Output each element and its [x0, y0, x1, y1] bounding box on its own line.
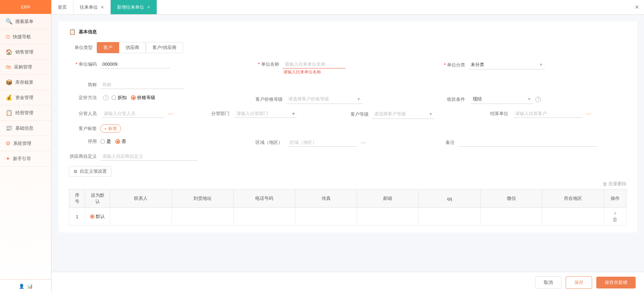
- row-default-radio[interactable]: [90, 214, 94, 219]
- radio-no[interactable]: 否: [115, 138, 126, 145]
- chevron-down-icon: ▼: [429, 112, 433, 116]
- region-field: 区域（地区） ···: [255, 138, 441, 147]
- tag-add-button[interactable]: + 标签: [100, 124, 121, 133]
- email-input[interactable]: [361, 214, 415, 219]
- address-input[interactable]: [175, 214, 230, 219]
- cancel-button[interactable]: 取消: [535, 276, 561, 289]
- tab-new-partner[interactable]: 新增往来单位 ✕: [111, 0, 157, 14]
- tab-home[interactable]: 首页: [52, 0, 73, 14]
- supplier-custom-input[interactable]: [100, 152, 198, 161]
- sidebar-item-operation[interactable]: 📋 经营管理: [0, 105, 51, 121]
- col-qq: qq: [419, 189, 481, 208]
- contact-input[interactable]: [113, 214, 168, 219]
- pricing-method-field: 定价方法 ? 折扣 价格等级: [69, 95, 255, 101]
- sidebar-item-label: 系统管理: [13, 140, 31, 147]
- unit-category-select[interactable]: 未分类 ▼: [469, 60, 545, 70]
- weixin-input[interactable]: [484, 214, 539, 219]
- form-row-2: 简称: [69, 81, 627, 89]
- cell-action: + 🗑: [604, 208, 626, 226]
- sidebar-item-inventory[interactable]: 📦 库存核算: [0, 75, 51, 90]
- payment-help-icon[interactable]: ?: [535, 97, 541, 102]
- section-title: 📋 基本信息: [69, 29, 627, 35]
- dept-input[interactable]: [234, 109, 297, 118]
- clipboard-icon: 📋: [6, 109, 13, 116]
- contact-table: 序号 设为默认 联系人 到货地址 电话号码 传真 邮箱 qq 微信 所在地区 操…: [69, 189, 627, 226]
- settlement-input[interactable]: [513, 109, 583, 118]
- customer-price-label: 客户价格等级: [255, 96, 286, 103]
- type-btn-supplier[interactable]: 供应商: [119, 42, 146, 53]
- region-label: 区域（地区）: [255, 139, 286, 146]
- unit-category-value: 未分类: [471, 62, 538, 68]
- save-new-button[interactable]: 保存并新增: [596, 277, 636, 288]
- sidebar-item-finance[interactable]: 💰 资金管理: [0, 90, 51, 105]
- cell-qq[interactable]: [419, 208, 481, 226]
- sidebar-item-search[interactable]: 🔍 搜索菜单: [0, 14, 51, 29]
- tab-partner[interactable]: 往来单位 ✕: [73, 0, 111, 14]
- customer-level-select[interactable]: 请选择客户等级 ▼: [372, 109, 435, 119]
- unit-code-input[interactable]: [100, 60, 170, 68]
- type-btn-customer[interactable]: 客户: [97, 42, 119, 53]
- form-row-5: 客户标签 + 标签: [69, 124, 627, 133]
- unit-name-input[interactable]: [283, 60, 345, 68]
- abbreviation-input[interactable]: [100, 81, 184, 89]
- footer: 取消 保存 保存并新增: [52, 272, 644, 293]
- batch-icon: 🗑: [603, 181, 607, 187]
- delete-row-button[interactable]: 🗑: [611, 217, 619, 222]
- tag-plus-icon: +: [104, 126, 107, 131]
- radio-grade-dot: [132, 97, 135, 99]
- disabled-field: 停用 是 否: [69, 138, 255, 145]
- fax-input[interactable]: [299, 214, 353, 219]
- customer-price-select[interactable]: 请选择客户价格等级 ▼: [286, 95, 363, 104]
- radio-discount[interactable]: 折扣: [111, 95, 127, 101]
- customer-price-placeholder: 请选择客户价格等级: [288, 96, 355, 102]
- main-area: 首页 往来单位 ✕ 新增往来单位 ✕ ✕ 📋 基本信息 单位类型 客户 供应商 …: [52, 0, 644, 293]
- radio-no-dot: [117, 140, 119, 143]
- row-region-input[interactable]: [546, 214, 600, 219]
- dept-label: 分管部门: [209, 111, 233, 117]
- batch-delete-label[interactable]: 批量删除: [608, 181, 627, 187]
- form-row-7: 供应商自定义: [69, 152, 627, 161]
- box-icon: 📦: [6, 79, 13, 86]
- settlement-dots-btn[interactable]: ···: [584, 110, 594, 117]
- close-partner-tab[interactable]: ✕: [101, 5, 104, 10]
- save-button[interactable]: 保存: [566, 276, 592, 289]
- region-dots-btn[interactable]: ···: [359, 139, 368, 146]
- pricing-help-icon[interactable]: ?: [103, 95, 109, 100]
- cell-region[interactable]: [542, 208, 604, 226]
- remark-input[interactable]: [458, 138, 597, 147]
- radio-grade[interactable]: 价格等级: [131, 95, 155, 101]
- add-row-button[interactable]: +: [612, 210, 618, 216]
- sidebar-item-sales[interactable]: 🏠 销售管理: [0, 44, 51, 60]
- cell-email[interactable]: [357, 208, 418, 226]
- sidebar-item-label: 经营管理: [15, 110, 33, 116]
- basic-info-card: 📋 基本信息 单位类型 客户 供应商 客户/供应商 单位编码 单位名称: [58, 22, 637, 233]
- supplier-custom-label: 供应商自定义: [69, 153, 100, 160]
- sidebar-item-guide[interactable]: ✦ 新手引导: [0, 151, 51, 166]
- type-btn-both[interactable]: 客户/供应商: [146, 42, 183, 53]
- close-new-partner-tab[interactable]: ✕: [147, 5, 150, 10]
- cell-phone[interactable]: [234, 208, 295, 226]
- sidebar-item-system[interactable]: ⚙ 系统管理: [0, 136, 51, 151]
- abbreviation-field: 简称: [69, 81, 627, 89]
- qq-input[interactable]: [422, 214, 477, 219]
- sidebar-item-purchase[interactable]: 🛍 采购管理: [0, 60, 51, 75]
- sidebar-item-quicknav[interactable]: ⊙ 快捷导航: [0, 29, 51, 44]
- region-input[interactable]: [288, 138, 357, 147]
- sidebar-item-basic[interactable]: 📰 基础信息: [0, 121, 51, 136]
- col-address: 到货地址: [172, 189, 233, 208]
- manager-dots-btn[interactable]: ···: [166, 110, 175, 117]
- radio-yes[interactable]: 是: [100, 138, 111, 145]
- cell-address[interactable]: [172, 208, 233, 226]
- radio-yes-circle: [100, 139, 105, 144]
- star-icon: ✦: [6, 155, 10, 162]
- radio-grade-circle: [131, 95, 136, 100]
- payment-condition-select[interactable]: 现结 ▼: [471, 95, 533, 104]
- cell-contact[interactable]: [110, 208, 172, 226]
- manager-input[interactable]: [102, 109, 164, 118]
- phone-input[interactable]: [237, 214, 291, 219]
- cell-weixin[interactable]: [480, 208, 542, 226]
- sidebar-item-label: 快捷导航: [13, 34, 31, 40]
- cell-fax[interactable]: [295, 208, 357, 226]
- close-all-tabs[interactable]: ✕: [630, 4, 644, 10]
- custom-settings-button[interactable]: ⚙ 自定义项设置: [69, 166, 111, 177]
